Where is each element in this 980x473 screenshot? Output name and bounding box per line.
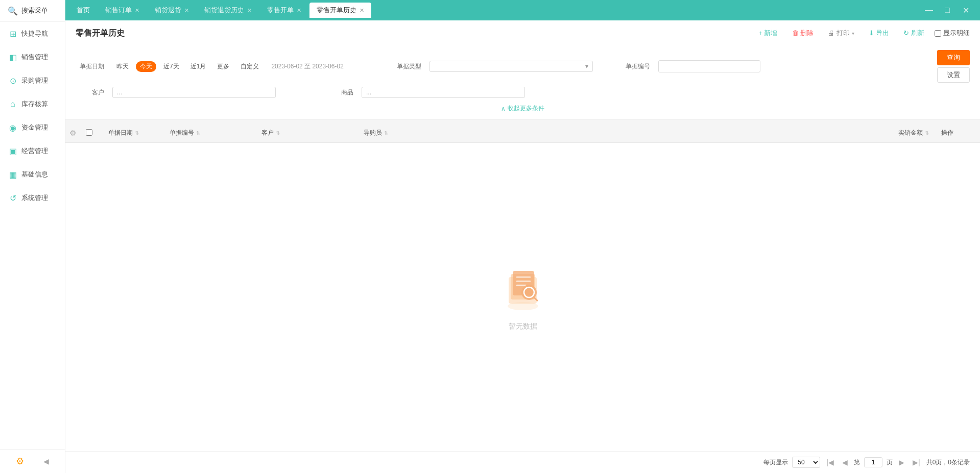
tab-home[interactable]: 首页: [69, 3, 97, 18]
close-btn[interactable]: ✕: [960, 4, 972, 16]
empty-image: [497, 263, 548, 314]
th-num[interactable]: 单据编号 ⇅: [163, 125, 255, 141]
sidebar-item-label: 快捷导航: [21, 29, 48, 38]
empty-svg: [497, 263, 548, 314]
export-button[interactable]: ⬇ 导出: [865, 27, 894, 40]
tab-close-sales-order[interactable]: ✕: [135, 7, 139, 14]
query-button[interactable]: 查询: [937, 50, 970, 65]
display-detail-input[interactable]: [935, 30, 941, 37]
th-date[interactable]: 单据日期 ⇅: [102, 125, 163, 141]
sidebar-search[interactable]: 🔍 搜索采单: [0, 0, 65, 22]
tab-bar: 首页 销售订单 ✕ 销货退货 ✕ 销货退货历史 ✕ 零售开单 ✕ 零售开单历史 …: [65, 0, 980, 20]
page-number-input[interactable]: 1: [864, 457, 882, 467]
sort-icon: ⇅: [135, 130, 139, 136]
system-icon: ↺: [8, 193, 17, 203]
sidebar-item-inventory[interactable]: ⌂ 库存核算: [0, 92, 65, 116]
goods-label: 商品: [325, 88, 353, 97]
tab-retail-open[interactable]: 零售开单 ✕: [260, 3, 308, 18]
sidebar-item-purchase-mgmt[interactable]: ⊙ 采购管理: [0, 69, 65, 92]
date-range: 2023-06-02 至 2023-06-02: [271, 62, 343, 71]
total-text: 共0页，0条记录: [926, 458, 970, 467]
sidebar-search-label: 搜索采单: [21, 6, 48, 15]
sidebar-item-operation[interactable]: ▣ 经营管理: [0, 139, 65, 163]
tab-close-retail-open-history[interactable]: ✕: [360, 7, 364, 14]
collapse-button[interactable]: ∧ 收起更多条件: [501, 104, 544, 113]
sidebar-item-base-info[interactable]: ▦ 基础信息: [0, 163, 65, 186]
prev-page-btn[interactable]: ◀: [840, 457, 850, 467]
refresh-button[interactable]: ↻ 刷新: [899, 27, 928, 40]
select-all-checkbox[interactable]: [86, 129, 102, 137]
tab-close-retail-open[interactable]: ✕: [297, 7, 301, 14]
inventory-icon: ⌂: [8, 99, 17, 109]
sidebar-item-label: 资金管理: [21, 123, 48, 132]
sidebar-item-system[interactable]: ↺ 系统管理: [0, 186, 65, 210]
sidebar-item-label: 基础信息: [21, 170, 48, 179]
customer-select[interactable]: ...: [112, 87, 276, 98]
add-button[interactable]: + 新增: [754, 27, 781, 40]
tab-sales-return-history[interactable]: 销货退货历史 ✕: [197, 3, 259, 18]
sidebar-collapse-btn[interactable]: ◀: [43, 457, 49, 465]
date-today[interactable]: 今天: [136, 61, 156, 72]
window-controls: — □ ✕: [923, 4, 976, 16]
sales-mgmt-icon: ◧: [8, 53, 17, 62]
first-page-btn[interactable]: |◀: [824, 457, 836, 467]
tab-sales-return[interactable]: 销货退货 ✕: [148, 3, 196, 18]
per-page-select[interactable]: 50 100 200: [792, 457, 820, 468]
display-detail-checkbox[interactable]: 显示明细: [935, 29, 970, 38]
sidebar-item-finance[interactable]: ◉ 资金管理: [0, 116, 65, 139]
collapse-bar: ∧ 收起更多条件: [76, 102, 970, 117]
maximize-btn[interactable]: □: [941, 4, 953, 16]
empty-text: 暂无数据: [509, 322, 537, 331]
tab-retail-open-history[interactable]: 零售开单历史 ✕: [309, 3, 371, 18]
toolbar: + 新增 🗑 删除 🖨 打印 ▾ ⬇ 导出 ↻ 刷新: [754, 27, 970, 40]
th-action: 操作: [935, 125, 976, 141]
sort-icon: ⇅: [384, 130, 388, 136]
date-custom[interactable]: 自定义: [236, 61, 263, 72]
page-label: 第: [854, 458, 860, 467]
doc-num-input[interactable]: [658, 60, 760, 72]
pagination: 每页显示 50 100 200 |◀ ◀ 第 1 页 ▶ ▶| 共0页，0条记录: [65, 451, 980, 473]
tab-close-sales-return-history[interactable]: ✕: [247, 7, 252, 14]
date-last7[interactable]: 近7天: [159, 61, 183, 72]
tab-sales-order[interactable]: 销售订单 ✕: [98, 3, 147, 18]
quick-nav-icon: ⊞: [8, 29, 17, 38]
th-salesman[interactable]: 导购员 ⇅: [357, 125, 419, 141]
doc-num-label: 单据编号: [622, 62, 650, 71]
empty-state: 暂无数据: [65, 143, 980, 451]
date-yesterday[interactable]: 昨天: [112, 61, 133, 72]
date-more[interactable]: 更多: [213, 61, 233, 72]
date-last1m[interactable]: 近1月: [186, 61, 210, 72]
table-header: ⚙ 单据日期 ⇅ 单据编号 ⇅ 客户 ⇅ 导购员 ⇅: [65, 123, 980, 143]
sidebar-bottom: ⚙ ◀: [0, 449, 65, 473]
th-customer[interactable]: 客户 ⇅: [255, 125, 357, 141]
main-area: 首页 销售订单 ✕ 销货退货 ✕ 销货退货历史 ✕ 零售开单 ✕ 零售开单历史 …: [65, 0, 980, 473]
doc-type-select[interactable]: ▾: [429, 61, 593, 72]
finance-icon: ◉: [8, 123, 17, 132]
base-info-icon: ▦: [8, 170, 17, 179]
chevron-down-icon: ▾: [852, 31, 854, 36]
tab-close-sales-return[interactable]: ✕: [184, 7, 189, 14]
page-title: 零售开单历史: [76, 28, 125, 39]
minimize-btn[interactable]: —: [923, 4, 935, 16]
delete-button[interactable]: 🗑 删除: [788, 27, 818, 40]
per-page-label: 每页显示: [763, 458, 788, 467]
sidebar-item-label: 销售管理: [21, 53, 48, 62]
chevron-up-icon: ∧: [501, 105, 506, 112]
goods-select[interactable]: ...: [362, 87, 525, 98]
last-page-btn[interactable]: ▶|: [911, 457, 922, 467]
print-button[interactable]: 🖨 打印 ▾: [824, 27, 858, 40]
sidebar-item-sales-mgmt[interactable]: ◧ 销售管理: [0, 45, 65, 69]
th-amount[interactable]: 实销金额 ⇅: [874, 125, 935, 141]
column-settings-icon[interactable]: ⚙: [69, 129, 86, 138]
doc-type-label: 单据类型: [393, 62, 421, 71]
sidebar-item-label: 库存核算: [21, 99, 48, 109]
sidebar-item-label: 系统管理: [21, 193, 48, 203]
date-shortcuts: 昨天 今天 近7天 近1月 更多 自定义: [112, 61, 263, 72]
setting-button[interactable]: 设置: [937, 67, 970, 83]
filter-area: 单据日期 昨天 今天 近7天 近1月 更多 自定义 2023-06-02 至 2…: [76, 46, 970, 119]
operation-icon: ▣: [8, 146, 17, 156]
sidebar-settings-btn[interactable]: ⚙: [16, 456, 24, 467]
sidebar-item-quick-nav[interactable]: ⊞ 快捷导航: [0, 22, 65, 45]
sidebar-item-label: 经营管理: [21, 146, 48, 156]
next-page-btn[interactable]: ▶: [897, 457, 906, 467]
